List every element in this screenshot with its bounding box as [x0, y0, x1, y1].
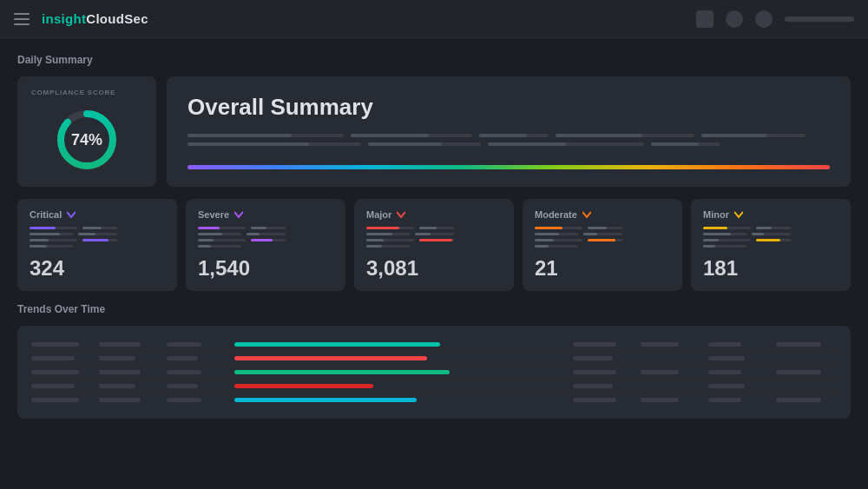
severe-header: Severe: [198, 209, 333, 220]
major-header: Major: [366, 209, 502, 220]
moderate-label: Moderate: [535, 209, 577, 220]
moderate-value: 21: [535, 256, 670, 281]
compliance-label: COMPLIANCE SCORE: [31, 89, 115, 96]
overall-bar-bg: [187, 134, 344, 137]
severe-card[interactable]: Severe 1,540: [186, 199, 345, 291]
overall-bar-bg: [351, 134, 472, 137]
topnav: insightCloudSec: [0, 0, 868, 38]
topnav-right: [696, 10, 854, 28]
moderate-card[interactable]: Moderate 21: [523, 199, 682, 291]
overall-bar-fill: [479, 134, 527, 137]
overall-bar-bg: [479, 134, 549, 137]
hamburger-button[interactable]: [14, 13, 30, 25]
severity-gradient-bar: [187, 165, 830, 169]
critical-value: 324: [30, 256, 165, 281]
daily-summary-row: COMPLIANCE SCORE 74% Overall Summary: [17, 76, 851, 187]
overall-bar-fill: [187, 134, 292, 137]
major-trend-icon: [396, 209, 406, 220]
overall-bar-bg: [368, 142, 481, 146]
overall-bars: [187, 134, 830, 146]
main-content: Daily Summary COMPLIANCE SCORE 74%: [0, 38, 868, 489]
overall-bar-fill: [701, 134, 766, 137]
critical-header: Critical: [30, 209, 165, 220]
overall-bar-fill: [488, 142, 566, 146]
trends-card: [17, 326, 851, 419]
logo-suffix: CloudSec: [86, 11, 148, 26]
trend-row-1: [31, 338, 837, 352]
overall-bar-bg: [187, 142, 361, 146]
moderate-trend-icon: [582, 209, 592, 220]
severe-trend-icon: [233, 209, 244, 220]
overall-bar-fill: [187, 142, 309, 146]
major-value: 3,081: [366, 256, 502, 281]
severity-cards-row: Critical 324 Severe: [17, 199, 851, 291]
compliance-value: 74%: [71, 131, 102, 149]
major-mini-bars: [366, 227, 502, 248]
overall-bar-fill: [351, 134, 429, 137]
moderate-header: Moderate: [535, 209, 670, 220]
severe-label: Severe: [198, 209, 229, 220]
minor-label: Minor: [703, 209, 729, 220]
overall-bar-row-2: [187, 142, 830, 146]
moderate-mini-bars: [535, 227, 670, 248]
trends-table: [31, 338, 837, 406]
daily-summary-label: Daily Summary: [17, 54, 851, 66]
major-card[interactable]: Major 3,081: [354, 199, 514, 291]
minor-card[interactable]: Minor 181: [691, 199, 851, 291]
severe-value: 1,540: [198, 256, 333, 281]
critical-mini-bars: [30, 227, 165, 248]
compliance-donut: 74%: [52, 105, 122, 175]
overall-bar-fill: [368, 142, 442, 146]
minor-mini-bars: [703, 227, 838, 248]
overall-bar-row: [187, 134, 830, 137]
overall-title: Overall Summary: [187, 94, 830, 121]
trends-label: Trends Over Time: [17, 303, 851, 315]
trend-row-3: [31, 366, 837, 380]
topnav-search-bar[interactable]: [785, 17, 854, 22]
grid-icon[interactable]: [696, 10, 713, 28]
overall-bar-bg: [701, 134, 806, 137]
minor-trend-icon: [733, 209, 744, 220]
app-logo: insightCloudSec: [42, 11, 148, 26]
minor-header: Minor: [703, 209, 838, 220]
critical-card[interactable]: Critical 324: [17, 199, 177, 291]
overall-bar-fill: [556, 134, 642, 137]
trend-row-4: [31, 380, 837, 393]
overall-summary-card: Overall Summary: [167, 76, 851, 187]
major-label: Major: [366, 209, 391, 220]
minor-value: 181: [703, 256, 838, 281]
overall-bar-bg: [488, 142, 644, 146]
compliance-card: COMPLIANCE SCORE 74%: [17, 76, 156, 187]
overall-bar-bg: [651, 142, 720, 146]
critical-label: Critical: [30, 209, 62, 220]
trend-row-5: [31, 393, 837, 406]
trend-row-2: [31, 352, 837, 366]
severe-mini-bars: [198, 227, 333, 248]
user-avatar[interactable]: [755, 10, 773, 28]
settings-icon[interactable]: [726, 10, 743, 28]
logo-prefix: insight: [42, 11, 86, 26]
overall-bar-fill: [651, 142, 699, 146]
critical-trend-icon: [66, 209, 76, 220]
overall-bar-bg: [556, 134, 694, 137]
